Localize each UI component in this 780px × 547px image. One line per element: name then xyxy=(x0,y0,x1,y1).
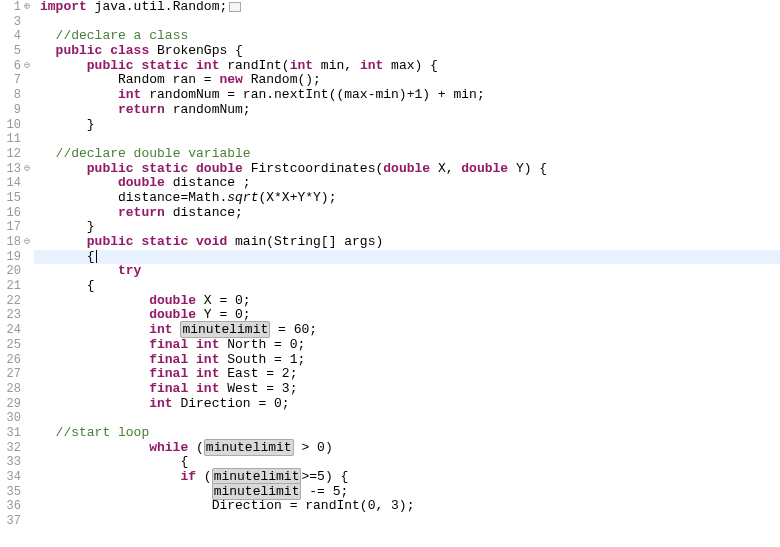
code-token: java.util.Random; xyxy=(87,0,227,14)
code-line[interactable]: Direction = randInt(0, 3); xyxy=(34,499,780,514)
code-line[interactable]: int Direction = 0; xyxy=(34,397,780,412)
code-token: ( xyxy=(188,440,204,455)
line-number-gutter: 1⊕3456⊖78910111213⊖1415161718⊖1920212223… xyxy=(0,0,34,547)
code-token xyxy=(40,43,56,58)
code-token: //start loop xyxy=(56,425,150,440)
code-token: double xyxy=(383,161,430,176)
line-number: 14 xyxy=(0,176,34,191)
code-token: try xyxy=(118,263,141,278)
line-number: 34 xyxy=(0,470,34,485)
code-token: > 0) xyxy=(294,440,333,455)
code-line[interactable] xyxy=(34,15,780,30)
code-token xyxy=(40,58,87,73)
fold-indicator-icon[interactable] xyxy=(229,2,241,12)
code-line[interactable]: import java.util.Random; xyxy=(34,0,780,15)
line-number: 7 xyxy=(0,73,34,88)
line-number: 15 xyxy=(0,191,34,206)
code-token: double xyxy=(118,175,165,190)
code-line[interactable]: //declare a class xyxy=(34,29,780,44)
code-token: int xyxy=(118,87,141,102)
code-line[interactable]: double distance ; xyxy=(34,176,780,191)
code-line[interactable] xyxy=(34,411,780,426)
code-line[interactable]: while (minutelimit > 0) xyxy=(34,441,780,456)
code-token: final int xyxy=(149,352,219,367)
code-token: new xyxy=(219,72,242,87)
code-line[interactable]: distance=Math.sqrt(X*X+Y*Y); xyxy=(34,191,780,206)
code-line[interactable]: final int North = 0; xyxy=(34,338,780,353)
code-token xyxy=(40,293,149,308)
line-number: 30 xyxy=(0,411,34,426)
code-line[interactable]: final int West = 3; xyxy=(34,382,780,397)
code-line[interactable]: Random ran = new Random(); xyxy=(34,73,780,88)
line-number: 18⊖ xyxy=(0,235,34,250)
code-line[interactable]: //declare double variable xyxy=(34,147,780,162)
code-line[interactable] xyxy=(34,132,780,147)
line-number: 33 xyxy=(0,455,34,470)
code-token: //declare a class xyxy=(56,28,189,43)
code-line[interactable]: return randomNum; xyxy=(34,103,780,118)
code-token xyxy=(40,366,149,381)
code-line[interactable]: double X = 0; xyxy=(34,294,780,309)
code-token: if xyxy=(180,469,196,484)
code-token: //declare double variable xyxy=(56,146,251,161)
code-line[interactable]: minutelimit -= 5; xyxy=(34,485,780,500)
line-number: 5 xyxy=(0,44,34,59)
line-number: 4 xyxy=(0,29,34,44)
code-token: randInt( xyxy=(219,58,289,73)
code-line[interactable]: final int South = 1; xyxy=(34,353,780,368)
code-token: BrokenGps { xyxy=(149,43,243,58)
line-number: 12 xyxy=(0,147,34,162)
code-token: int xyxy=(290,58,313,73)
line-number: 10 xyxy=(0,118,34,133)
text-cursor xyxy=(96,250,97,263)
code-token: X, xyxy=(430,161,461,176)
code-token xyxy=(40,87,118,102)
code-line[interactable]: try xyxy=(34,264,780,279)
code-line[interactable]: final int East = 2; xyxy=(34,367,780,382)
code-line[interactable]: int randomNum = ran.nextInt((max-min)+1)… xyxy=(34,88,780,103)
code-token: while xyxy=(149,440,188,455)
code-token xyxy=(40,322,149,337)
code-line[interactable]: double Y = 0; xyxy=(34,308,780,323)
code-token: public class xyxy=(56,43,150,58)
code-area[interactable]: import java.util.Random; //declare a cla… xyxy=(34,0,780,547)
code-editor[interactable]: 1⊕3456⊖78910111213⊖1415161718⊖1920212223… xyxy=(0,0,780,547)
code-token: Random ran = xyxy=(40,72,219,87)
code-line[interactable]: return distance; xyxy=(34,206,780,221)
code-token: Firstcoordinates( xyxy=(243,161,383,176)
collapse-icon[interactable]: ⊖ xyxy=(22,162,32,177)
code-line[interactable]: { xyxy=(34,455,780,470)
code-token: min, xyxy=(313,58,360,73)
code-line[interactable]: } xyxy=(34,220,780,235)
code-line[interactable]: public static double Firstcoordinates(do… xyxy=(34,162,780,177)
line-number: 6⊖ xyxy=(0,59,34,74)
code-token: { xyxy=(40,249,95,264)
code-line[interactable]: //start loop xyxy=(34,426,780,441)
code-token xyxy=(40,205,118,220)
code-token: North = 0; xyxy=(219,337,305,352)
code-token: >=5) { xyxy=(301,469,348,484)
code-line[interactable]: int minutelimit = 60; xyxy=(34,323,780,338)
code-line[interactable]: if (minutelimit>=5) { xyxy=(34,470,780,485)
code-token: distance=Math. xyxy=(40,190,227,205)
code-token: double xyxy=(461,161,508,176)
line-number: 29 xyxy=(0,397,34,412)
code-line[interactable]: { xyxy=(34,279,780,294)
code-line[interactable] xyxy=(34,514,780,529)
code-token xyxy=(40,352,149,367)
code-line[interactable]: } xyxy=(34,118,780,133)
expand-icon[interactable]: ⊕ xyxy=(22,0,32,15)
line-number: 8 xyxy=(0,88,34,103)
code-line[interactable]: public static int randInt(int min, int m… xyxy=(34,59,780,74)
collapse-icon[interactable]: ⊖ xyxy=(22,59,32,74)
code-line[interactable]: public class BrokenGps { xyxy=(34,44,780,59)
code-token xyxy=(40,175,118,190)
collapse-icon[interactable]: ⊖ xyxy=(22,235,32,250)
code-line[interactable]: public static void main(String[] args) xyxy=(34,235,780,250)
line-number: 26 xyxy=(0,353,34,368)
code-token: minutelimit xyxy=(212,483,302,500)
code-token: South = 1; xyxy=(219,352,305,367)
line-number: 9 xyxy=(0,103,34,118)
code-line[interactable]: { xyxy=(34,250,780,265)
code-token xyxy=(40,469,180,484)
